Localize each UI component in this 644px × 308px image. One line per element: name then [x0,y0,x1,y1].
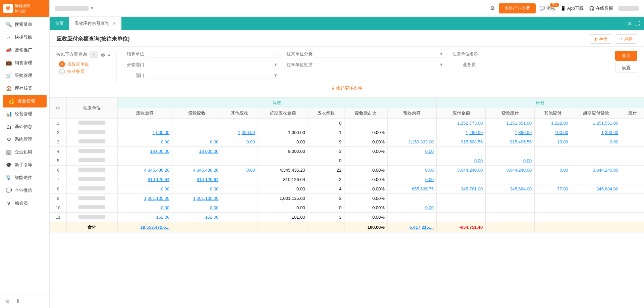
row-ar-loan[interactable]: 1,001,135.00 [172,194,221,203]
row-ap-other[interactable]: 0.00 [535,166,571,175]
collapse-bar[interactable]: ∧ 收起更多条件 [56,83,637,93]
row-prepay[interactable]: 0.00 [387,175,436,184]
filter-add-button[interactable]: + [90,51,98,58]
row-ap-extra [621,175,644,184]
row-ap-loan[interactable]: 3,044,240.00 [486,166,535,175]
row-ar-loan[interactable]: 152.00 [172,213,221,222]
row-ar-amount[interactable]: 0.00 [118,203,172,213]
row-ar-amount[interactable]: 152.00 [118,213,172,222]
sidebar-item-operation[interactable]: 📊 经营管理 [0,107,49,120]
row-ar-loan[interactable]: 4,345,436.20 [172,166,221,175]
row-ap-extra [621,184,644,194]
tab-query[interactable]: 应收应付余额查询 ✕ [69,17,121,30]
row-ar-amount[interactable]: 810,126.64 [118,175,172,184]
footer-ap-total: -654,751.40 [437,222,486,232]
row-ar-other[interactable]: 1,000.00 [221,128,258,137]
division-input[interactable]: ▼ [147,61,280,68]
sidebar-item-inventory[interactable]: 🏠 库存核算 [0,82,49,95]
row-ap-overdue[interactable]: 0.00 [571,137,621,147]
row-ap-amount[interactable]: 1,490.00 [437,128,486,137]
scheme-salesperson[interactable]: 按业务员 [59,69,112,75]
sidebar-item-enterprise[interactable]: 🏢 企业协同 [0,146,49,159]
app-download-button[interactable]: 📱 App下载 [560,5,584,11]
sidebar-item-finance[interactable]: 💰 资金管理 [3,95,47,107]
partner-name-input[interactable] [481,53,611,55]
footer-ar-total[interactable]: 19,553,472,6... [118,222,172,232]
row-ar-loan[interactable]: 810,126.64 [172,175,221,184]
row-ap-overdue[interactable]: 3,044,240.00 [571,166,621,175]
row-prepay[interactable]: 0.00 [387,166,436,175]
filter-collapse-icon[interactable]: « [108,52,110,57]
settings-footer-icon[interactable]: ⚙ [5,298,10,305]
solution-button[interactable]: 体验行业方案 [499,3,536,13]
scheme-partner[interactable]: 按往来单位 [59,61,112,67]
row-ar-amount[interactable]: 18,000.00 [118,147,172,156]
row-ar-loan[interactable]: 0.00 [172,137,221,147]
row-ar-other[interactable]: 0.00 [221,137,258,147]
collapse-icon[interactable]: ⏸ [15,298,21,305]
row-ar-loan[interactable]: 0.00 [172,203,221,213]
row-ap-loan[interactable]: 915,495.56 [486,137,535,147]
row-ap-other[interactable]: 100.00 [535,128,571,137]
sidebar-item-hardware[interactable]: 📡 智能硬件 [0,171,49,184]
row-ap-amount[interactable]: 0.00 [437,156,486,166]
row-ap-overdue[interactable]: 345,684.00 [571,184,621,194]
row-ap-loan[interactable]: 345,684.00 [486,184,535,194]
sidebar-item-search[interactable]: 🔍 搜索菜单 [0,18,49,31]
row-prepay[interactable]: 655,636.75 [387,184,436,194]
partner-category-input[interactable]: ▼ [315,51,445,57]
export-button[interactable]: ⬆ 导出 [590,34,612,44]
tab-home[interactable]: 首页 [50,17,69,30]
row-ap-loan[interactable]: 0.00 [486,156,535,166]
row-ap-loan[interactable]: 1,390.00 [486,128,535,137]
row-ar-loan[interactable]: 0.00 [172,184,221,194]
footer-prepay[interactable]: 6,417,215.... [387,222,436,232]
row-ap-overdue[interactable]: 1,390.00 [571,128,621,137]
row-ar-amount[interactable]: 1,000.00 [118,128,172,137]
close-window-icon[interactable]: ✕ [628,20,632,27]
row-ar-amount[interactable]: 0.00 [118,137,172,147]
settlement-unit-input[interactable]: ··· [147,51,280,57]
maximize-icon[interactable]: ⛶ [635,20,640,27]
row-ap-amount[interactable]: 1,252,773.00 [437,119,486,128]
row-ap-other[interactable]: 13.00 [535,137,571,147]
department-input[interactable]: ▼ [147,72,280,79]
row-ap-overdue[interactable]: 1,251,551.00 [571,119,621,128]
sidebar-item-sales[interactable]: 💼 销售管理 [0,56,49,69]
refresh-button[interactable]: ↺ 刷新 [615,34,637,44]
sidebar-item-member[interactable]: V 畅会员 [0,197,49,210]
sidebar-item-basic[interactable]: 🗂 基础信息 [0,120,49,133]
row-ar-amount[interactable]: 0.00 [118,184,172,194]
salesperson-input[interactable]: ··· [478,61,611,68]
sidebar-item-quicknav[interactable]: ⌂ 快捷导航 [0,31,49,44]
row-prepay[interactable]: 0.00 [387,203,436,213]
query-button[interactable]: 查询 [615,51,637,61]
row-prepay[interactable]: 2,153,333.00 [387,137,436,147]
row-ap-other[interactable]: 77.00 [535,184,571,194]
partner-nature-input[interactable]: ▼ [315,61,445,68]
table-gear-icon[interactable]: ⚙ [56,105,60,111]
row-ar-amount[interactable]: 1,001,135.00 [118,194,172,203]
sales-icon: 💼 [5,60,12,66]
row-ar-other[interactable]: 0.00 [221,166,258,175]
tab-close-icon[interactable]: ✕ [113,21,116,26]
sidebar-item-wechat[interactable]: 💬 企业微信 [0,184,49,197]
messages-button[interactable]: 💬 消息 99+ [540,5,555,11]
row-ar-loan[interactable]: 18,000.00 [172,147,221,156]
sidebar-item-guide[interactable]: 🎓 新手引导 [0,159,49,171]
settings-button[interactable]: 设置 [615,63,637,73]
row-ap-loan[interactable]: 1,251,551.00 [486,119,535,128]
row-ar-amount[interactable]: 4,345,436.20 [118,166,172,175]
row-ap-amount[interactable]: 345,761.00 [437,184,486,194]
sidebar-item-marketing[interactable]: 📣 营销推广 [0,44,49,56]
online-service-button[interactable]: 🎧 在线客服 [589,5,613,11]
row-ap-other[interactable]: 1,222.00 [535,119,571,128]
filter-circle-icon[interactable]: ◎ [101,52,105,57]
topbar-gear-icon[interactable]: ⚙ [490,5,495,11]
row-ap-amount[interactable]: 3,044,240.00 [437,166,486,175]
sidebar-item-purchase[interactable]: 🛒 采购管理 [0,69,49,82]
row-prepay[interactable]: 0.00 [387,147,436,156]
row-ap-amount[interactable]: 915,508.56 [437,137,486,147]
sidebar-item-system[interactable]: ⚙ 系统管理 [0,133,49,146]
th-settings[interactable]: ⚙ [50,98,67,119]
